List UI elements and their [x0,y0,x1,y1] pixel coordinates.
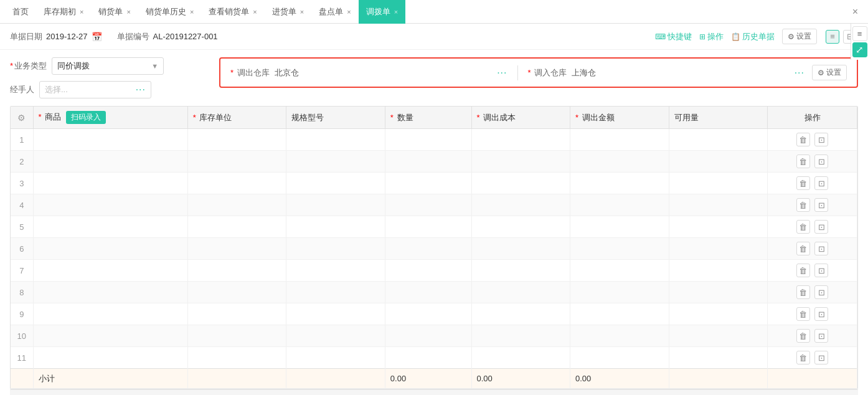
tab-inventory-check[interactable]: 盘点单 × [311,0,358,24]
subtotal-label: 小计 [33,369,187,389]
th-op: 操作 [768,107,857,129]
tab-home[interactable]: 首页 [5,0,36,24]
row-copy-4[interactable]: ⊡ [814,198,828,212]
row-product-4[interactable] [33,194,187,216]
date-label: 单据日期 [10,31,42,42]
row-delete-8[interactable]: 🗑 [796,285,810,299]
tab-inventory-check-close[interactable]: × [347,8,351,16]
subtotal-empty-spec [286,369,385,389]
row-delete-7[interactable]: 🗑 [796,264,810,277]
row-op-1: 🗑 ⊡ [768,129,857,151]
th-unit: 库存单位 [187,107,286,129]
row-copy-1[interactable]: ⊡ [814,133,828,146]
tab-inventory-init[interactable]: 库存期初 × [36,0,91,24]
table-body: 1 🗑 ⊡ 2 [11,129,857,389]
gear-icon[interactable]: ⚙ [17,113,26,123]
row-product-6[interactable] [33,238,187,260]
tab-sales-history[interactable]: 销货单历史 × [138,0,201,24]
row-delete-1[interactable]: 🗑 [796,133,810,146]
layout-btn-1[interactable]: ≡ [826,30,839,44]
table-wrapper: ⚙ 商品 扫码录入 库存单位 规格型号 数量 调出成本 [10,106,858,389]
tab-purchase[interactable]: 进货单 × [265,0,311,24]
row-op-2: 🗑 ⊡ [768,151,857,173]
operation-action[interactable]: ⊞ 操作 [699,31,724,42]
settings-button[interactable]: ⚙ 设置 [782,29,817,44]
row-product-11[interactable] [33,347,187,369]
sidebar-list-btn[interactable]: ≡ [852,26,867,41]
warehouse-settings-btn[interactable]: ⚙ 设置 [812,65,847,80]
history-icon: 📋 [731,32,740,41]
row-delete-2[interactable]: 🗑 [796,155,810,168]
tab-transfer[interactable]: 调拨单 × [359,0,405,24]
tab-view-sales-close[interactable]: × [253,8,257,16]
row-delete-10[interactable]: 🗑 [796,329,810,343]
horizontal-scrollbar[interactable] [10,389,858,395]
row-delete-4[interactable]: 🗑 [796,198,810,212]
row-copy-2[interactable]: ⊡ [814,155,828,168]
row-copy-6[interactable]: ⊡ [814,242,828,255]
row-delete-3[interactable]: 🗑 [796,176,810,190]
scan-input-button[interactable]: 扫码录入 [66,111,106,124]
row-copy-7[interactable]: ⊡ [814,264,828,277]
tab-sales-order-label: 销货单 [98,6,123,17]
settings-icon: ⚙ [788,32,795,41]
out-wh-star: * [230,68,234,77]
subtotal-empty-unit [187,369,286,389]
business-type-select[interactable]: 同价调拨 ▼ [52,57,164,75]
row-num-4: 4 [11,194,33,216]
calendar-icon[interactable]: 📅 [92,32,102,42]
row-copy-5[interactable]: ⊡ [814,220,828,234]
business-type-field: *业务类型 同价调拨 ▼ [10,57,209,75]
row-copy-9[interactable]: ⊡ [814,307,828,321]
table-row: 10 🗑 ⊡ [11,325,857,347]
window-close-button[interactable]: × [847,6,863,17]
tab-view-sales[interactable]: 查看销货单 × [201,0,264,24]
row-copy-10[interactable]: ⊡ [814,329,828,343]
num-label: 单据编号 [117,31,149,42]
row-product-1[interactable] [33,129,187,151]
tab-purchase-label: 进货单 [272,6,296,17]
row-copy-8[interactable]: ⊡ [814,285,828,299]
row-product-7[interactable] [33,260,187,282]
out-warehouse-field: * 调出仓库 北京仓 ··· [230,67,507,79]
row-num-7: 7 [11,260,33,282]
subtotal-amount: 0.00 [570,369,669,389]
row-delete-5[interactable]: 🗑 [796,220,810,234]
row-product-2[interactable] [33,151,187,173]
tab-sales-order[interactable]: 销货单 × [91,0,138,24]
out-warehouse-more[interactable]: ··· [497,67,507,79]
tab-sales-history-close[interactable]: × [190,8,194,16]
row-product-3[interactable] [33,173,187,194]
row-product-8[interactable] [33,282,187,303]
warehouse-divider [517,65,518,80]
th-product: 商品 扫码录入 [33,107,187,129]
row-delete-11[interactable]: 🗑 [796,351,810,364]
settings-label: 设置 [796,31,811,42]
row-avail-1 [669,129,768,151]
history-action[interactable]: 📋 历史单据 [731,31,775,42]
handler-select[interactable]: 选择... ··· [39,81,151,98]
quick-key-label: 快捷键 [668,31,692,42]
tab-view-sales-label: 查看销货单 [209,6,249,17]
row-copy-3[interactable]: ⊡ [814,176,828,190]
row-product-9[interactable] [33,303,187,325]
business-type-value: 同价调拨 [57,60,90,72]
tab-purchase-close[interactable]: × [300,8,304,16]
business-type-arrow: ▼ [151,62,158,70]
handler-more[interactable]: ··· [136,84,146,95]
tab-sales-order-close[interactable]: × [126,8,130,16]
tab-inventory-init-close[interactable]: × [80,8,83,16]
handler-label: 经手人 [10,84,34,95]
row-product-5[interactable] [33,216,187,238]
row-delete-9[interactable]: 🗑 [796,307,810,321]
tab-transfer-close[interactable]: × [394,8,398,16]
row-delete-6[interactable]: 🗑 [796,242,810,255]
row-copy-11[interactable]: ⊡ [814,351,828,364]
wh-settings-label: 设置 [826,67,841,78]
quick-key-action[interactable]: ⌨ 快捷键 [655,31,692,42]
table-row: 6 🗑 ⊡ [11,238,857,260]
sidebar-expand-btn[interactable]: ⤢ [852,42,867,57]
in-warehouse-more[interactable]: ··· [795,67,804,79]
row-num-6: 6 [11,238,33,260]
row-product-10[interactable] [33,325,187,347]
